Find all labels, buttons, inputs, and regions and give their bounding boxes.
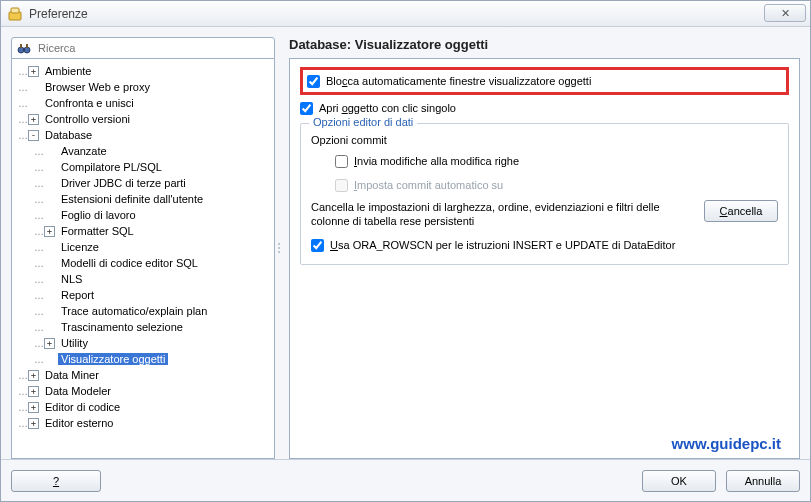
panel-title: Database: Visualizzatore oggetti <box>289 37 800 58</box>
expand-icon[interactable]: + <box>44 226 55 237</box>
tree-item-label: Data Miner <box>42 369 102 381</box>
tree-item[interactable]: …+Utility <box>14 335 272 351</box>
ok-button[interactable]: OK <box>642 470 716 492</box>
send-changes-checkbox[interactable]: Invia modifiche alla modifica righe <box>335 152 778 170</box>
tree-item[interactable]: …Avanzate <box>14 143 272 159</box>
tree-guide: … <box>14 306 44 317</box>
toggle-placeholder <box>44 194 55 205</box>
titlebar: Preferenze ✕ <box>1 1 810 27</box>
tree-item-label: Trace automatico/explain plan <box>58 305 210 317</box>
tree-guide: … <box>14 354 44 365</box>
rowscn-check[interactable] <box>311 239 324 252</box>
splitter[interactable] <box>275 37 283 459</box>
tree-guide: … <box>14 98 28 109</box>
tree-guide: … <box>14 146 44 157</box>
tree-item[interactable]: …+Editor esterno <box>14 415 272 431</box>
tree-guide: … <box>14 370 28 381</box>
toggle-placeholder <box>44 322 55 333</box>
nav-tree[interactable]: …+Ambiente…Browser Web e proxy…Confronta… <box>11 59 275 459</box>
expand-icon[interactable]: + <box>28 114 39 125</box>
tree-item[interactable]: …Visualizzatore oggetti <box>14 351 272 367</box>
block-windows-label: Blocca automaticamente finestre visualiz… <box>326 75 591 87</box>
svg-rect-6 <box>26 44 28 48</box>
svg-rect-1 <box>11 8 19 13</box>
left-panel: …+Ambiente…Browser Web e proxy…Confronta… <box>11 37 275 459</box>
auto-commit-label: Imposta commit automatico su <box>354 179 503 191</box>
tree-item-label: Foglio di lavoro <box>58 209 139 221</box>
tree-item-label: Editor di codice <box>42 401 123 413</box>
tree-guide: … <box>14 226 44 237</box>
help-button[interactable]: ? <box>11 470 101 492</box>
block-windows-check[interactable] <box>307 75 320 88</box>
tree-item[interactable]: …+Ambiente <box>14 63 272 79</box>
tree-item-label: Confronta e unisci <box>42 97 137 109</box>
clear-button[interactable]: Cancella <box>704 200 778 222</box>
tree-guide: … <box>14 210 44 221</box>
tree-item[interactable]: …Foglio di lavoro <box>14 207 272 223</box>
tree-item[interactable]: …-Database <box>14 127 272 143</box>
tree-item[interactable]: …Trascinamento selezione <box>14 319 272 335</box>
tree-item[interactable]: …Licenze <box>14 239 272 255</box>
clear-settings-row: Cancella le impostazioni di larghezza, o… <box>311 200 778 228</box>
expand-icon[interactable]: + <box>28 402 39 413</box>
clear-settings-text: Cancella le impostazioni di larghezza, o… <box>311 200 692 228</box>
tree-item[interactable]: …Driver JDBC di terze parti <box>14 175 272 191</box>
annulla-label: Annulla <box>745 475 782 487</box>
tree-item[interactable]: …+Data Modeler <box>14 383 272 399</box>
tree-item-label: Utility <box>58 337 91 349</box>
single-click-checkbox[interactable]: Apri oggetto con clic singolo <box>300 99 789 117</box>
tree-item[interactable]: …Modelli di codice editor SQL <box>14 255 272 271</box>
expand-icon[interactable]: + <box>44 338 55 349</box>
close-button[interactable]: ✕ <box>764 4 806 22</box>
tree-item[interactable]: …Confronta e unisci <box>14 95 272 111</box>
tree-item-label: Driver JDBC di terze parti <box>58 177 189 189</box>
send-changes-check[interactable] <box>335 155 348 168</box>
tree-item-label: Licenze <box>58 241 102 253</box>
tree-item[interactable]: …Compilatore PL/SQL <box>14 159 272 175</box>
tree-guide: … <box>14 82 28 93</box>
single-click-check[interactable] <box>300 102 313 115</box>
tree-guide: … <box>14 418 28 429</box>
commit-options-title: Opzioni commit <box>311 134 778 146</box>
cancel-dialog-button[interactable]: Annulla <box>726 470 800 492</box>
tree-item[interactable]: …Estensioni definite dall'utente <box>14 191 272 207</box>
collapse-icon[interactable]: - <box>28 130 39 141</box>
tree-guide: … <box>14 322 44 333</box>
tree-item-label: Browser Web e proxy <box>42 81 153 93</box>
tree-item[interactable]: …+Data Miner <box>14 367 272 383</box>
tree-item[interactable]: …+Formatter SQL <box>14 223 272 239</box>
app-icon <box>7 6 23 22</box>
toggle-placeholder <box>44 210 55 221</box>
tree-item[interactable]: …+Editor di codice <box>14 399 272 415</box>
tree-item[interactable]: …+Controllo versioni <box>14 111 272 127</box>
tree-item-label: Avanzate <box>58 145 110 157</box>
tree-item[interactable]: …Browser Web e proxy <box>14 79 272 95</box>
tree-item[interactable]: …NLS <box>14 271 272 287</box>
toggle-placeholder <box>44 162 55 173</box>
tree-guide: … <box>14 402 28 413</box>
rowscn-checkbox[interactable]: Usa ORA_ROWSCN per le istruzioni INSERT … <box>311 236 778 254</box>
tree-item[interactable]: …Report <box>14 287 272 303</box>
expand-icon[interactable]: + <box>28 418 39 429</box>
right-panel: Database: Visualizzatore oggetti Blocca … <box>283 37 800 459</box>
expand-icon[interactable]: + <box>28 370 39 381</box>
svg-rect-4 <box>23 49 25 51</box>
tree-guide: … <box>14 162 44 173</box>
search-input[interactable] <box>36 41 270 55</box>
toggle-placeholder <box>44 242 55 253</box>
help-label: ? <box>53 475 59 487</box>
tree-guide: … <box>14 274 44 285</box>
tree-guide: … <box>14 386 28 397</box>
auto-commit-checkbox: Imposta commit automatico su <box>335 176 778 194</box>
send-changes-label: Invia modifiche alla modifica righe <box>354 155 519 167</box>
tree-item-label: Modelli di codice editor SQL <box>58 257 201 269</box>
svg-rect-5 <box>20 44 22 48</box>
block-windows-checkbox[interactable]: Blocca automaticamente finestre visualiz… <box>307 72 782 90</box>
expand-icon[interactable]: + <box>28 386 39 397</box>
close-icon: ✕ <box>781 7 790 20</box>
tree-item-label: Data Modeler <box>42 385 114 397</box>
expand-icon[interactable]: + <box>28 66 39 77</box>
preferences-window: Preferenze ✕ …+Ambiente…Browser Web e <box>0 0 811 502</box>
tree-item[interactable]: …Trace automatico/explain plan <box>14 303 272 319</box>
data-editor-fieldset: Opzioni editor di dati Opzioni commit In… <box>300 123 789 265</box>
